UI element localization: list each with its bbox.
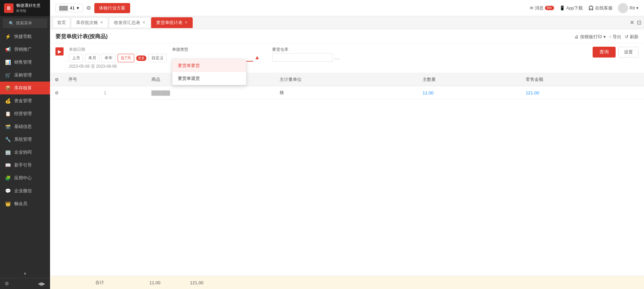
warehouse-filter-label: 要货仓库 bbox=[272, 47, 340, 52]
store-selector[interactable]: ███ 41 ▾ bbox=[55, 4, 83, 12]
maximize-icon[interactable]: ⊡ bbox=[637, 19, 641, 26]
template-print-label: 按模板打印 bbox=[580, 34, 602, 40]
sidebar-item-appstore[interactable]: 🧩 应用中心 bbox=[0, 172, 50, 184]
sidebar-item-finance[interactable]: 💰 资金管理 bbox=[0, 94, 50, 107]
dropdown-item-requisition-order[interactable]: 要货单要货 bbox=[172, 59, 246, 72]
type-dropdown-list: 要货单要货 要货单退货 bbox=[172, 59, 246, 85]
expand-filter-button[interactable]: ▶ bbox=[55, 47, 64, 55]
system-icon: 🔧 bbox=[5, 137, 11, 142]
close-icon[interactable]: ✕ bbox=[142, 20, 145, 25]
more-icon[interactable]: … bbox=[334, 54, 340, 61]
marketing-icon: 📢 bbox=[5, 47, 11, 52]
sidebar-item-quicknav[interactable]: ⚡ 快捷导航 bbox=[0, 30, 50, 43]
sidebar-item-system[interactable]: 🔧 系统管理 bbox=[0, 133, 50, 146]
header-right: ✉ 消息 99+ 📱 App下载 🎧 在线客服 Rit ▾ bbox=[530, 3, 639, 13]
date-range-display: 2023-05-06 至 2023-06-06 bbox=[69, 64, 167, 69]
sidebar-item-inventory[interactable]: 📦 库存核算 bbox=[0, 82, 50, 94]
sidebar-item-label: 基础信息 bbox=[14, 124, 32, 130]
template-print-button[interactable]: 🖨 按模板打印 ▾ bbox=[574, 34, 606, 40]
tab-inventory-batch[interactable]: 库存批次账 ✕ bbox=[71, 17, 108, 28]
wechat-icon: 💬 bbox=[5, 188, 11, 194]
page-content: 要货单统计表(按商品) 🖨 按模板打印 ▾ ↑ 导出 ↺ 刷新 ▶ bbox=[50, 29, 644, 289]
appstore-icon: 🧩 bbox=[5, 175, 11, 181]
sidebar-item-marketing[interactable]: 📢 营销推广 bbox=[0, 43, 50, 56]
settings-button[interactable]: 设置 bbox=[618, 47, 639, 58]
app-download-action[interactable]: 📱 App下载 bbox=[559, 5, 583, 11]
phone-icon: 📱 bbox=[559, 5, 565, 10]
export-icon: ↑ bbox=[609, 34, 612, 39]
warehouse-filter-input[interactable] bbox=[272, 53, 333, 62]
messages-badge: 99+ bbox=[545, 6, 554, 10]
export-label: 导出 bbox=[613, 34, 621, 40]
sidebar-scroll-down[interactable]: ▼ bbox=[0, 270, 50, 278]
tab-label: 收发存汇总表 bbox=[114, 20, 140, 26]
print-icon: 🖨 bbox=[574, 34, 579, 39]
sidebar-item-enterprise[interactable]: 🏢 企业协同 bbox=[0, 146, 50, 159]
query-button[interactable]: 查询 bbox=[593, 47, 616, 58]
search-icon: 🔍 bbox=[9, 21, 14, 26]
table-header-row: ⚙ 序号 商品 主计量单位 主数量 零售金额 bbox=[50, 73, 644, 86]
date-btn-this-year[interactable]: 本年 bbox=[101, 54, 116, 62]
chevron-up-icon[interactable]: ▲ bbox=[255, 54, 260, 61]
row-num: 1 bbox=[64, 86, 147, 99]
sidebar-item-purchase[interactable]: 🛒 采购管理 bbox=[0, 69, 50, 82]
tabs-bar: 首页 库存批次账 ✕ 收发存汇总表 ✕ 要货单统计表 ✕ ✕ ⊡ bbox=[50, 16, 644, 29]
sidebar-item-wechat[interactable]: 💬 企业微信 bbox=[0, 184, 50, 197]
dropdown-item-requisition-return[interactable]: 要货单退货 bbox=[172, 72, 246, 85]
date-btn-custom[interactable]: 自定义 bbox=[148, 54, 167, 62]
sidebar-search[interactable]: 🔍 搜索菜单 bbox=[3, 18, 47, 28]
date-btn-7days[interactable]: 近7天 bbox=[118, 54, 134, 62]
sidebar-item-label: 资金管理 bbox=[14, 98, 32, 104]
filter-actions: 查询 设置 bbox=[593, 47, 639, 58]
col-amount: 零售金额 bbox=[521, 73, 644, 86]
sidebar-item-member[interactable]: 👑 畅会员 bbox=[0, 197, 50, 210]
close-icon[interactable]: ✕ bbox=[185, 20, 188, 25]
store-name: ███ bbox=[59, 6, 68, 10]
search-label: 搜索菜单 bbox=[16, 20, 32, 26]
sidebar-item-guide[interactable]: 📖 新手引导 bbox=[0, 159, 50, 172]
sidebar-item-basic[interactable]: 🗃️ 基础信息 bbox=[0, 120, 50, 133]
collapse-icon[interactable]: ◀▶ bbox=[38, 281, 45, 286]
close-all-icon[interactable]: ✕ bbox=[630, 19, 634, 26]
sidebar-item-label: 销售管理 bbox=[14, 59, 32, 65]
row-unit: 块 bbox=[275, 86, 418, 99]
refresh-icon: ↺ bbox=[625, 34, 628, 39]
trial-button[interactable]: 体验行业方案 bbox=[94, 3, 130, 13]
date-filter-group: 单据日期 上月 本月 本年 近7天 更多 自定义 2023-05-06 至 20… bbox=[69, 47, 167, 69]
export-button[interactable]: ↑ 导出 bbox=[609, 34, 622, 40]
date-btn-this-month[interactable]: 本月 bbox=[85, 54, 99, 62]
online-service-action[interactable]: 🎧 在线客服 bbox=[588, 5, 613, 11]
sidebar-item-operations[interactable]: 📋 经营管理 bbox=[0, 107, 50, 120]
col-quantity: 主数量 bbox=[418, 73, 521, 86]
tabs-right: ✕ ⊡ bbox=[630, 19, 641, 26]
header-left: ███ 41 ▾ ⚙ 体验行业方案 bbox=[55, 3, 130, 13]
tab-receivables[interactable]: 收发存汇总表 ✕ bbox=[109, 17, 150, 28]
warehouse-filter-group: 要货仓库 … bbox=[272, 47, 340, 62]
app-sub: 标准版 bbox=[16, 8, 41, 13]
tab-requisition-stats[interactable]: 要货单统计表 ✕ bbox=[151, 17, 193, 28]
sidebar-items-list: ⚡ 快捷导航 📢 营销推广 📊 销售管理 🛒 采购管理 📦 库存核算 💰 资金管… bbox=[0, 30, 50, 270]
close-icon[interactable]: ✕ bbox=[100, 20, 103, 25]
row-gear[interactable]: ⚙ bbox=[50, 86, 64, 99]
messages-action[interactable]: ✉ 消息 99+ bbox=[530, 5, 554, 11]
tab-home[interactable]: 首页 bbox=[53, 17, 70, 28]
date-btn-last-month[interactable]: 上月 bbox=[69, 54, 83, 62]
row-amount[interactable]: 121.00 bbox=[521, 86, 644, 99]
message-icon: ✉ bbox=[530, 5, 533, 10]
refresh-button[interactable]: ↺ 刷新 bbox=[625, 34, 639, 40]
table-body: ⚙ 1 ██████ 块 11.00 121.00 bbox=[50, 86, 644, 99]
page-title: 要货单统计表(按商品) bbox=[55, 33, 108, 40]
app-name: 畅捷通好生意 bbox=[16, 3, 41, 8]
settings-icon[interactable]: ⚙ bbox=[5, 281, 9, 286]
filter-bar: ▶ 单据日期 上月 本月 本年 近7天 更多 自定义 2023-05-06 至 … bbox=[50, 43, 644, 73]
sidebar-item-sales[interactable]: 📊 销售管理 bbox=[0, 56, 50, 69]
sidebar-bottom: ⚙ ◀▶ bbox=[0, 278, 50, 289]
sidebar-item-label: 快捷导航 bbox=[14, 34, 32, 40]
chevron-down-icon: ▾ bbox=[603, 34, 606, 39]
gear-icon[interactable]: ⚙ bbox=[86, 5, 91, 11]
footer-total-label: 合计 bbox=[82, 280, 149, 286]
user-action[interactable]: Rit ▾ bbox=[618, 3, 639, 13]
sidebar-item-label: 应用中心 bbox=[14, 175, 32, 181]
date-more-badge[interactable]: 更多 bbox=[136, 55, 146, 61]
row-quantity[interactable]: 11.00 bbox=[418, 86, 521, 99]
